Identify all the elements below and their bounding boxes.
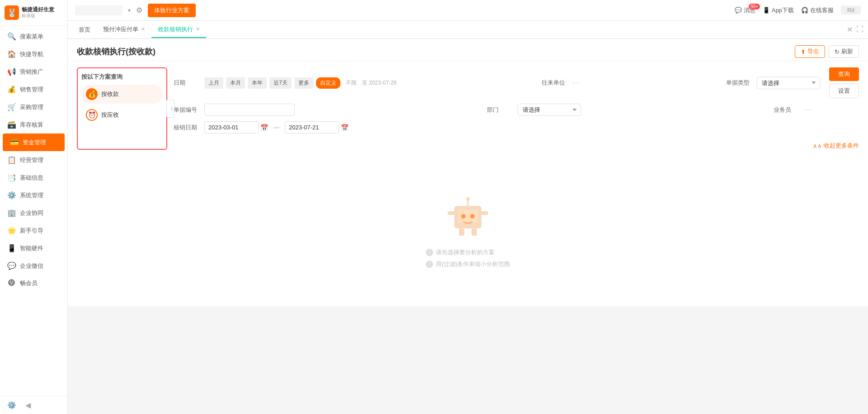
app-download-label: App下载 bbox=[772, 6, 794, 14]
date-last-month-button[interactable]: 上月 bbox=[204, 77, 223, 89]
counterpart-ellipsis-icon[interactable]: ··· bbox=[572, 79, 581, 87]
dept-select[interactable]: 请选择 bbox=[518, 104, 581, 116]
collapse-more-button[interactable]: ∧∧ 收起更多条件 bbox=[174, 139, 859, 150]
svg-rect-5 bbox=[481, 211, 488, 215]
sidebar-item-sales[interactable]: 💰 销售管理 bbox=[0, 81, 67, 98]
tab-receipt-writeoff[interactable]: 收款核销执行 ✕ bbox=[151, 22, 206, 38]
tab-prepay[interactable]: 预付冲应付单 ✕ bbox=[97, 22, 151, 38]
sidebar-item-purchase[interactable]: 🛒 采购管理 bbox=[0, 98, 67, 116]
sidebar-item-enterprise[interactable]: 🏢 企业协同 bbox=[0, 204, 67, 222]
tab-home[interactable]: 首页 bbox=[72, 22, 97, 38]
sidebar-item-member[interactable]: 🅥 畅会员 bbox=[0, 275, 67, 292]
sidebar-item-label: 搜索菜单 bbox=[20, 33, 43, 41]
setting-button[interactable]: 设置 bbox=[829, 84, 859, 98]
sidebar-item-system[interactable]: ⚙️ 系统管理 bbox=[0, 186, 67, 204]
online-service-button[interactable]: 🎧 在线客服 bbox=[801, 6, 834, 14]
filter-option-by-receipt[interactable]: 💰 按收款 bbox=[81, 85, 163, 104]
doc-type-select[interactable]: 请选择 bbox=[757, 77, 820, 89]
settings-icon[interactable]: ⚙️ bbox=[7, 401, 16, 409]
query-button[interactable]: 查询 bbox=[829, 67, 859, 81]
message-button[interactable]: 💬 消息 99+ bbox=[735, 6, 755, 14]
filter-sidebar-collapse-button[interactable]: 《 bbox=[166, 100, 175, 118]
filter-main: 日期 上月 本月 本年 近7天 更多 自定义 不限 至 2023-07-26 bbox=[174, 67, 859, 150]
date-custom-button[interactable]: 自定义 bbox=[316, 77, 340, 89]
topbar-gear-icon[interactable]: ⚙ bbox=[136, 6, 142, 14]
main-area: ▾ ⚙ 体验行业方案 💬 消息 99+ 📱 App下载 🎧 在线客服 Rit 首… bbox=[68, 0, 868, 414]
online-service-label: 在线客服 bbox=[810, 6, 834, 14]
tip-text-1: 请先选择要分析的方案 bbox=[436, 247, 495, 258]
filter-option-by-receivable[interactable]: ⏰ 按应收 bbox=[81, 105, 163, 124]
marketing-icon: 📢 bbox=[7, 67, 16, 76]
export-button[interactable]: ⬆ 导出 bbox=[795, 45, 825, 58]
doc-type-label: 单据类型 bbox=[726, 79, 751, 87]
svg-point-2 bbox=[461, 214, 466, 219]
content-area: 收款核销执行(按收款) ⬆ 导出 ↻ 刷新 按以下方案查询 bbox=[68, 39, 868, 414]
collapse-up-icon: ∧∧ bbox=[813, 143, 822, 149]
sidebar-nav: 🔍 搜索菜单 🏠 快捷导航 📢 营销推广 💰 销售管理 🛒 采购管理 🗃️ 库存… bbox=[0, 26, 67, 396]
sidebar-item-label: 企业微信 bbox=[20, 262, 43, 270]
calendar-end-icon[interactable]: 📅 bbox=[341, 124, 349, 131]
sales-icon: 💰 bbox=[7, 85, 16, 94]
sidebar-item-basic[interactable]: 📑 基础信息 bbox=[0, 169, 67, 186]
app-version: 标准版 bbox=[22, 13, 54, 19]
workspace-arrow-icon[interactable]: ▾ bbox=[128, 7, 131, 14]
workspace-label bbox=[75, 5, 123, 15]
date-7days-button[interactable]: 近7天 bbox=[269, 77, 292, 89]
staff-ellipsis-icon[interactable]: ··· bbox=[804, 106, 813, 114]
tab-close-active-icon[interactable]: ✕ bbox=[196, 26, 200, 32]
sidebar-item-label: 畅会员 bbox=[20, 279, 38, 287]
svg-rect-1 bbox=[458, 209, 478, 223]
by-receipt-icon: 💰 bbox=[86, 88, 98, 100]
sidebar-item-label: 经营管理 bbox=[20, 156, 43, 164]
staff-label: 业务员 bbox=[774, 106, 799, 114]
date-to-text: 至 2023-07-26 bbox=[362, 79, 397, 87]
filter-sidebar-title: 按以下方案查询 bbox=[81, 73, 163, 81]
page-wrapper: 收款核销执行(按收款) ⬆ 导出 ↻ 刷新 按以下方案查询 bbox=[68, 39, 868, 306]
refresh-button[interactable]: ↻ 刷新 bbox=[829, 45, 859, 58]
page-title: 收款核销执行(按收款) bbox=[77, 46, 156, 57]
sidebar-item-wechat[interactable]: 💬 企业微信 bbox=[0, 257, 67, 275]
sidebar-item-hardware[interactable]: 📱 智能硬件 bbox=[0, 239, 67, 257]
sidebar-item-guide[interactable]: 🌟 新手引导 bbox=[0, 222, 67, 239]
sidebar-item-finance[interactable]: 💳 资金管理 bbox=[3, 133, 65, 151]
empty-tips: 1 请先选择要分析的方案 2 用[过滤]条件来缩小分析范围 bbox=[426, 247, 509, 270]
page-header: 收款核销执行(按收款) ⬆ 导出 ↻ 刷新 bbox=[68, 39, 868, 61]
sidebar-item-label: 销售管理 bbox=[20, 86, 43, 94]
date-no-limit-text: 不限 bbox=[346, 79, 357, 87]
home-icon: 🏠 bbox=[7, 50, 16, 58]
tab-close-icon[interactable]: ✕ bbox=[141, 26, 145, 32]
doc-no-label: 单据编号 bbox=[174, 106, 199, 114]
sidebar-item-quick-nav[interactable]: 🏠 快捷导航 bbox=[0, 45, 67, 63]
sidebar-item-ops[interactable]: 📋 经营管理 bbox=[0, 151, 67, 169]
counterpart-label: 往来单位 bbox=[542, 79, 567, 87]
date-more-button[interactable]: 更多 bbox=[294, 77, 313, 89]
doc-no-input[interactable] bbox=[204, 104, 295, 116]
app-icon: 📱 bbox=[763, 7, 770, 14]
expand-icon[interactable]: ⛶ bbox=[856, 25, 863, 34]
collapse-sidebar-icon[interactable]: ◀ bbox=[25, 401, 31, 409]
industry-solution-button[interactable]: 体验行业方案 bbox=[148, 4, 196, 17]
sidebar-item-marketing[interactable]: 📢 营销推广 bbox=[0, 63, 67, 81]
writeoff-date-start-input[interactable] bbox=[204, 121, 259, 133]
tab-label: 收款核销执行 bbox=[158, 25, 193, 33]
close-tab-icon[interactable]: ✕ bbox=[847, 25, 853, 34]
sidebar-item-label: 快捷导航 bbox=[20, 50, 43, 58]
sidebar-item-label: 基础信息 bbox=[20, 174, 43, 182]
sidebar-item-label: 采购管理 bbox=[20, 103, 43, 111]
hardware-icon: 📱 bbox=[7, 244, 16, 252]
filter-row-1: 日期 上月 本月 本年 近7天 更多 自定义 不限 至 2023-07-26 bbox=[174, 67, 859, 98]
date-this-year-button[interactable]: 本年 bbox=[248, 77, 267, 89]
user-info[interactable]: Rit bbox=[841, 6, 861, 14]
sidebar-item-search[interactable]: 🔍 搜索菜单 bbox=[0, 28, 67, 45]
app-download-button[interactable]: 📱 App下载 bbox=[763, 6, 794, 14]
ops-icon: 📋 bbox=[7, 156, 16, 164]
tabbar: 首页 预付冲应付单 ✕ 收款核销执行 ✕ ✕ ⛶ bbox=[68, 21, 868, 39]
sidebar-bottom: ⚙️ ◀ bbox=[0, 396, 67, 414]
sidebar-item-inventory[interactable]: 🗃️ 库存核算 bbox=[0, 116, 67, 133]
tip-text-2: 用[过滤]条件来缩小分析范围 bbox=[436, 258, 509, 270]
guide-icon: 🌟 bbox=[7, 226, 16, 235]
basic-icon: 📑 bbox=[7, 173, 16, 182]
calendar-start-icon[interactable]: 📅 bbox=[260, 124, 268, 131]
date-this-month-button[interactable]: 本月 bbox=[226, 77, 245, 89]
writeoff-date-end-input[interactable] bbox=[285, 121, 339, 133]
